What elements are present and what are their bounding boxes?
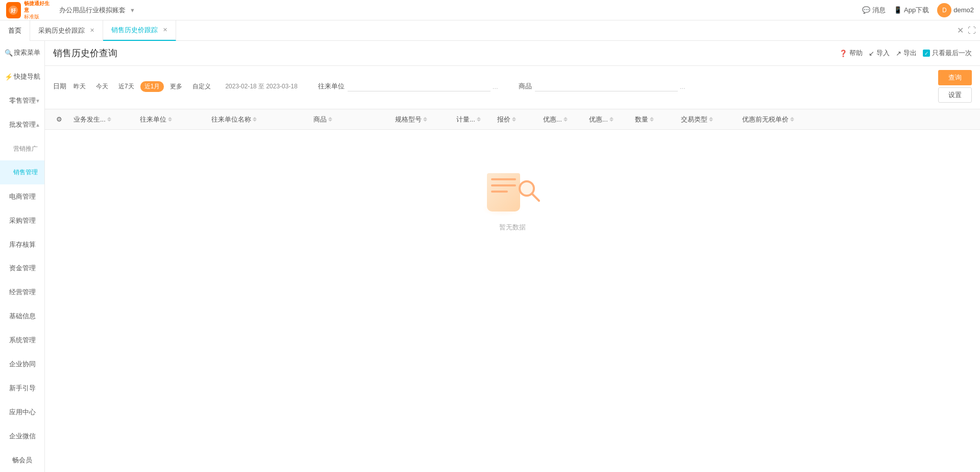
app-icon: 📱 xyxy=(894,6,902,14)
logo-area: 好 畅捷通好生意 标准版 xyxy=(6,0,51,20)
date-btn-yesterday[interactable]: 昨天 xyxy=(69,81,90,92)
import-btn[interactable]: ↙ 导入 xyxy=(869,49,890,58)
th-discount2-label: 优惠... xyxy=(589,115,608,124)
app-dropdown-arrow[interactable]: ▼ xyxy=(130,7,135,13)
sidebar-label-wechat: 企业微信 xyxy=(9,432,36,441)
sort-partner-icon xyxy=(168,117,172,122)
sidebar-item-wechat[interactable]: 企业微信 xyxy=(0,424,44,448)
sort-qty-icon xyxy=(650,117,654,122)
empty-doc-line3 xyxy=(491,191,508,193)
close-window-btn[interactable]: ✕ xyxy=(957,26,964,35)
sidebar-label-newuser: 新手引导 xyxy=(9,384,36,393)
sidebar-label-appstore: 应用中心 xyxy=(9,408,36,417)
product-dots[interactable]: ... xyxy=(680,83,685,90)
sidebar-item-basic[interactable]: 基础信息 xyxy=(0,304,44,328)
th-discount2[interactable]: 优惠... xyxy=(585,115,631,124)
th-discount1-label: 优惠... xyxy=(543,115,562,124)
svg-line-3 xyxy=(532,194,539,201)
tab-home[interactable]: 首页 xyxy=(0,20,30,41)
sidebar-item-sales-mgmt[interactable]: 销售管理 xyxy=(0,160,44,184)
th-partner-name-label: 往来单位名称 xyxy=(211,115,251,124)
sidebar-item-appstore[interactable]: 应用中心 xyxy=(0,400,44,424)
th-partner[interactable]: 往来单位 xyxy=(136,115,207,124)
sidebar-item-business[interactable]: 经营管理 xyxy=(0,280,44,304)
export-icon: ↗ xyxy=(896,50,901,57)
date-btn-1month[interactable]: 近1月 xyxy=(140,81,164,92)
message-btn[interactable]: 💬 消息 xyxy=(862,6,886,15)
sidebar-label-sales-mgmt: 销售管理 xyxy=(13,168,38,177)
th-qty[interactable]: 数量 xyxy=(631,115,677,124)
sidebar-item-enterprise[interactable]: 企业协同 xyxy=(0,352,44,376)
sidebar-item-retail[interactable]: 零售管理 ▼ xyxy=(0,89,44,113)
date-btn-7days[interactable]: 近7天 xyxy=(114,81,138,92)
sidebar-label-basic: 基础信息 xyxy=(9,312,36,321)
partner-input[interactable] xyxy=(348,81,491,91)
sidebar-label-system: 系统管理 xyxy=(9,336,36,345)
sidebar-item-marketing[interactable]: 营销推广 xyxy=(0,137,44,161)
date-btn-today[interactable]: 今天 xyxy=(92,81,112,92)
page-header: 销售历史价查询 ❓ 帮助 ↙ 导入 ↗ 导出 xyxy=(45,41,980,66)
product-input-wrap: ... xyxy=(535,81,685,91)
shortcut-icon: ⚡ xyxy=(5,73,13,81)
th-biz-date[interactable]: 业务发生... xyxy=(69,115,136,124)
th-spec[interactable]: 规格型号 xyxy=(391,115,452,124)
only-last-checkbox[interactable]: 只看最后一次 xyxy=(923,49,972,58)
sort-spec-icon xyxy=(423,117,427,122)
query-button[interactable]: 查询 xyxy=(938,70,972,85)
app-download-btn[interactable]: 📱 App下载 xyxy=(894,6,929,15)
sort-discount2-icon xyxy=(609,117,614,122)
tab-sales-close[interactable]: ✕ xyxy=(163,27,167,33)
sidebar-label-enterprise: 企业协同 xyxy=(9,360,36,369)
th-unit[interactable]: 计量... xyxy=(452,115,493,124)
th-trade-type[interactable]: 交易类型 xyxy=(677,115,738,124)
empty-text: 暂无数据 xyxy=(499,223,526,232)
logo-icon: 好 xyxy=(6,2,21,18)
tab-purchase-close[interactable]: ✕ xyxy=(90,27,94,34)
partner-input-wrap: ... xyxy=(348,81,498,91)
page-actions: ❓ 帮助 ↙ 导入 ↗ 导出 只看最后一次 xyxy=(839,49,972,58)
sidebar-item-finance[interactable]: 资金管理 xyxy=(0,256,44,280)
tab-sales[interactable]: 销售历史价跟踪 ✕ xyxy=(103,20,176,41)
logo-text: 畅捷通好生意 xyxy=(24,0,51,13)
th-discount1[interactable]: 优惠... xyxy=(539,115,585,124)
th-tax-price-label: 优惠前无税单价 xyxy=(742,115,789,124)
sidebar-item-member[interactable]: 畅会员 xyxy=(0,448,44,472)
sidebar-item-ecommerce[interactable]: 电商管理 xyxy=(0,184,44,208)
date-buttons: 昨天 今天 近7天 近1月 更多 自定义 xyxy=(69,81,215,92)
th-gear[interactable]: ⚙ xyxy=(49,115,69,123)
filter-row: 日期 昨天 今天 近7天 近1月 更多 自定义 2023-02-18 至 202… xyxy=(53,70,972,103)
th-unit-label: 计量... xyxy=(456,115,475,124)
sidebar-item-system[interactable]: 系统管理 xyxy=(0,328,44,352)
th-quote[interactable]: 报价 xyxy=(493,115,539,124)
sidebar-item-search[interactable]: 🔍 搜索菜单 xyxy=(0,41,44,65)
th-product[interactable]: 商品 xyxy=(309,115,391,124)
export-btn[interactable]: ↗ 导出 xyxy=(896,49,917,58)
th-partner-name[interactable]: 往来单位名称 xyxy=(207,115,309,124)
sidebar-label-business: 经营管理 xyxy=(9,288,36,297)
tab-sales-label: 销售历史价跟踪 xyxy=(111,26,158,35)
sidebar-item-newuser[interactable]: 新手引导 xyxy=(0,376,44,400)
date-filter-label: 日期 xyxy=(53,82,66,91)
partner-dots[interactable]: ... xyxy=(493,83,498,90)
tab-purchase[interactable]: 采购历史价跟踪 ✕ xyxy=(30,20,103,41)
setting-button[interactable]: 设置 xyxy=(938,87,972,103)
th-tax-price[interactable]: 优惠前无税单价 xyxy=(738,115,976,124)
empty-doc-shape xyxy=(487,173,520,211)
th-quote-label: 报价 xyxy=(497,115,510,124)
user-area[interactable]: D demo2 xyxy=(937,3,974,17)
message-icon: 💬 xyxy=(862,6,870,14)
maximize-btn[interactable]: ⛶ xyxy=(968,26,976,35)
sidebar-item-shortcut[interactable]: ⚡ 快捷导航 xyxy=(0,65,44,89)
product-input[interactable] xyxy=(535,81,678,91)
page-title-row: 销售历史价查询 ❓ 帮助 ↙ 导入 ↗ 导出 xyxy=(53,47,972,59)
sidebar-item-inventory[interactable]: 库存核算 xyxy=(0,232,44,256)
sidebar-item-purchase-mgmt[interactable]: 采购管理 xyxy=(0,208,44,232)
svg-text:好: 好 xyxy=(10,8,16,13)
date-btn-more[interactable]: 更多 xyxy=(166,81,186,92)
sidebar-label-search: 搜索菜单 xyxy=(14,48,40,57)
sort-unit-icon xyxy=(477,117,481,122)
help-btn[interactable]: ❓ 帮助 xyxy=(839,49,863,58)
table-wrap: ⚙ 业务发生... 往来单位 往来单位名称 商品 xyxy=(45,109,980,472)
date-btn-custom[interactable]: 自定义 xyxy=(188,81,215,92)
sidebar-item-wholesale[interactable]: 批发管理 ▲ xyxy=(0,113,44,137)
